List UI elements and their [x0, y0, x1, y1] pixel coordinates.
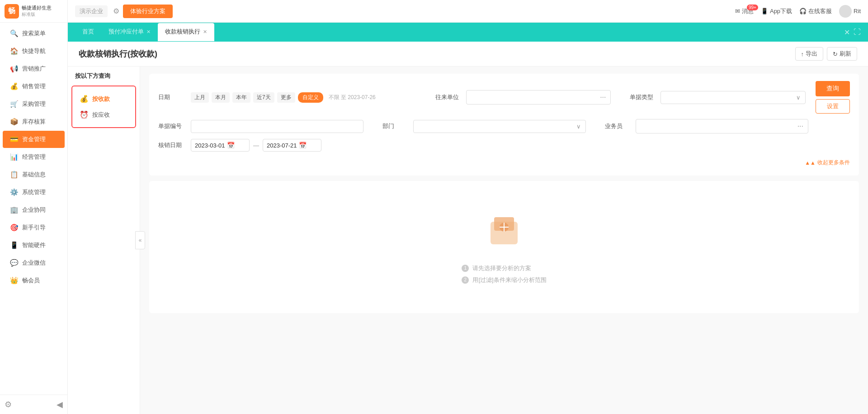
tab-receipt-verify-close[interactable]: ✕: [203, 29, 207, 35]
export-button[interactable]: ↑ 导出: [795, 47, 824, 61]
settings-button[interactable]: 设置: [816, 99, 850, 114]
sidebar-item-label: 经营管理: [22, 153, 46, 161]
this-year-btn[interactable]: 本年: [232, 92, 250, 103]
sidebar-item-guide[interactable]: 🎯 新手引导: [3, 219, 65, 236]
guide-icon: 🎯: [10, 224, 19, 232]
close-tab-button[interactable]: ✕: [844, 28, 850, 37]
partner-selector[interactable]: ···: [466, 90, 611, 105]
filter-section-box: 💰 按收款 ⏰ 按应收: [71, 86, 136, 128]
custom-btn[interactable]: 自定义: [298, 92, 323, 103]
by-receivable-label: 按应收: [92, 111, 110, 119]
more-btn[interactable]: 更多: [277, 92, 295, 103]
verify-date-range: 2023-03-01 📅 — 2023-07-21 📅: [191, 139, 518, 152]
sidebar-item-label: 系统管理: [22, 188, 46, 196]
by-receivable-icon: ⏰: [80, 110, 89, 119]
sidebar-item-system[interactable]: ⚙️ 系统管理: [3, 184, 65, 201]
member-icon: 👑: [10, 276, 19, 285]
tab-bar: 首页 预付冲应付单 ✕ 收款核销执行 ✕ ✕ ⛶: [68, 23, 868, 42]
verify-date-end-input[interactable]: 2023-07-21 📅: [263, 139, 321, 152]
refresh-button[interactable]: ↻ 刷新: [827, 47, 857, 61]
wechat-icon: 💬: [10, 259, 19, 267]
online-service-button[interactable]: 🎧 在线客服: [799, 7, 832, 15]
operation-icon: 📊: [10, 153, 19, 161]
sidebar-item-sales[interactable]: 💰 销售管理: [3, 78, 65, 95]
last-month-btn[interactable]: 上月: [191, 92, 209, 103]
sidebar-item-search-menu[interactable]: 🔍 搜索菜单: [3, 25, 65, 42]
tab-receipt-verify[interactable]: 收款核销执行 ✕: [158, 23, 214, 41]
filter-item-by-receipt[interactable]: 💰 按收款: [76, 91, 132, 107]
quick-nav-icon: 🏠: [10, 47, 19, 55]
tab-prepay-close[interactable]: ✕: [146, 29, 151, 35]
sidebar-item-finance[interactable]: 💳 资金管理: [3, 131, 65, 148]
doc-type-selector[interactable]: ∨: [660, 91, 806, 104]
form-row-3: 核销日期 2023-03-01 📅 — 2023-07-21 📅: [158, 139, 850, 152]
tabs-actions: ✕ ⛶: [844, 28, 861, 37]
sidebar-item-label: 企业微信: [22, 259, 46, 267]
sidebar-footer: ⚙ ◀: [0, 395, 67, 414]
collapse-sidebar-icon[interactable]: ◀: [57, 400, 63, 409]
empty-tip-2: 2 用[过滤]条件来缩小分析范围: [462, 274, 546, 286]
sidebar-item-label: 企业协同: [22, 206, 46, 214]
filter-item-by-receivable[interactable]: ⏰ 按应收: [76, 107, 132, 123]
sidebar-item-member[interactable]: 👑 畅会员: [3, 272, 65, 289]
settings-footer-icon[interactable]: ⚙: [5, 400, 12, 409]
staff-selector[interactable]: ···: [636, 119, 808, 133]
calendar-start-icon[interactable]: 📅: [227, 142, 235, 149]
empty-illustration: [481, 208, 527, 253]
marketing-icon: 📢: [10, 65, 19, 73]
doc-type-arrow-icon: ∨: [796, 94, 801, 101]
collapse-up-icon: ▲▲: [805, 160, 816, 166]
fullscreen-button[interactable]: ⛶: [854, 28, 861, 36]
staff-label: 业务员: [605, 122, 632, 130]
message-button[interactable]: ✉ 消息 99+: [735, 7, 754, 15]
search-form: 日期 上月 本月 本年 近7天 更多 自定义 不限 至 2023-07-26 往…: [149, 74, 859, 176]
date-label: 日期: [158, 93, 185, 101]
verify-date-start-input[interactable]: 2023-03-01 📅: [191, 139, 250, 152]
sidebar-item-purchase[interactable]: 🛒 采购管理: [3, 95, 65, 113]
online-service-label: 在线客服: [808, 7, 832, 15]
calendar-end-icon[interactable]: 📅: [299, 142, 307, 149]
query-button[interactable]: 查询: [816, 81, 850, 96]
last-7-days-btn[interactable]: 近7天: [253, 92, 274, 103]
this-month-btn[interactable]: 本月: [212, 92, 230, 103]
sidebar-item-inventory[interactable]: 📦 库存核算: [3, 113, 65, 130]
sidebar-item-label: 营销推广: [22, 65, 46, 73]
app-download-button[interactable]: 📱 App下载: [761, 7, 792, 15]
doc-no-label: 单据编号: [158, 122, 185, 130]
collapse-conditions-button[interactable]: ▲▲ 收起更多条件: [805, 159, 850, 167]
sidebar-item-label: 库存核算: [22, 118, 46, 126]
hardware-icon: 📱: [10, 241, 19, 249]
app-name: 畅捷通好生意: [22, 5, 52, 11]
collapse-filter-button[interactable]: «: [135, 231, 145, 249]
doc-no-input[interactable]: [191, 120, 363, 133]
by-receipt-label: 按收款: [92, 95, 110, 103]
collapse-conditions-row: ▲▲ 收起更多条件: [158, 157, 850, 168]
date-no-limit: 不限 至 2023-07-26: [329, 94, 376, 100]
sidebar-item-base-info[interactable]: 📋 基础信息: [3, 166, 65, 183]
sidebar-logo: 畅 畅捷通好生意 标准版: [0, 0, 67, 23]
sidebar-item-marketing[interactable]: 📢 营销推广: [3, 60, 65, 77]
topbar-gear-icon[interactable]: ⚙: [113, 7, 119, 15]
topbar-right: ✉ 消息 99+ 📱 App下载 🎧 在线客服 Rit: [735, 5, 861, 18]
topbar: 演示企业 ⚙ 体验行业方案 ✉ 消息 99+ 📱 App下载 🎧 在线客服 Ri…: [68, 0, 868, 23]
sidebar-item-label: 搜索菜单: [22, 29, 46, 38]
form-row-2: 单据编号 部门 ∨ 业务员 ···: [158, 119, 850, 133]
verify-date-start-value: 2023-03-01: [195, 142, 225, 149]
empty-tip-1: 1 请先选择要分析的方案: [462, 262, 546, 274]
solution-button[interactable]: 体验行业方案: [123, 5, 173, 18]
staff-dots-icon: ···: [797, 122, 803, 130]
sidebar-item-hardware[interactable]: 📱 智能硬件: [3, 237, 65, 254]
main-panel: 日期 上月 本月 本年 近7天 更多 自定义 不限 至 2023-07-26 往…: [140, 67, 868, 414]
sidebar-item-enterprise[interactable]: 🏢 企业协同: [3, 201, 65, 219]
purchase-icon: 🛒: [10, 100, 19, 108]
sidebar-item-wechat[interactable]: 💬 企业微信: [3, 254, 65, 271]
user-profile[interactable]: Rit: [839, 5, 861, 18]
logo-icon: 畅: [5, 4, 19, 19]
sidebar-item-operation[interactable]: 📊 经营管理: [3, 148, 65, 166]
tab-prepay[interactable]: 预付冲应付单 ✕: [101, 23, 158, 41]
dept-selector[interactable]: ∨: [413, 120, 586, 133]
empty-state: 1 请先选择要分析的方案 2 用[过滤]条件来缩小分析范围: [149, 181, 859, 313]
company-selector[interactable]: 演示企业: [75, 5, 108, 17]
sidebar-item-quick-nav[interactable]: 🏠 快捷导航: [3, 43, 65, 60]
tab-home[interactable]: 首页: [75, 23, 101, 41]
